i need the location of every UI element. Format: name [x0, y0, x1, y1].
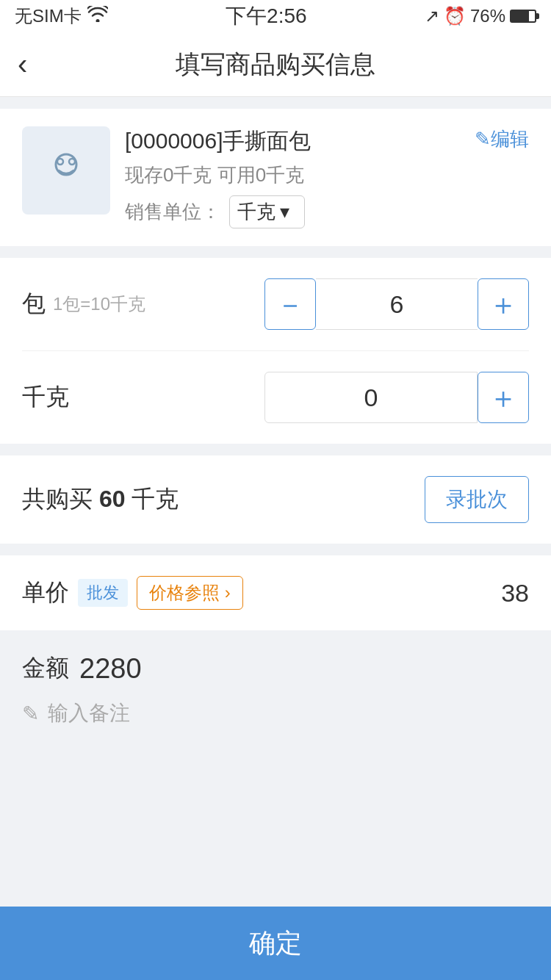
total-text: 共购买 60 千克	[22, 483, 179, 516]
time-display: 下午2:56	[226, 2, 307, 30]
bao-controls: － ＋	[264, 278, 529, 330]
svg-point-2	[69, 159, 75, 165]
nav-bar: ‹ 填写商品购买信息	[0, 32, 551, 97]
amount-section: 金额 2280 ✎ 输入备注	[0, 630, 551, 742]
total-section: 共购买 60 千克 录批次	[0, 455, 551, 544]
price-section: 单价 批发 价格参照 › 38	[0, 555, 551, 630]
kg-quantity-row: 千克 ＋	[22, 351, 529, 444]
total-unit: 千克	[132, 486, 179, 512]
amount-row: 金额 2280	[22, 652, 529, 685]
carrier-text: 无SIM卡	[15, 4, 82, 28]
batch-button[interactable]: 录批次	[425, 476, 529, 523]
unit-label: 销售单位：	[125, 199, 220, 225]
dropdown-icon: ▾	[280, 201, 289, 223]
status-left: 无SIM卡	[15, 4, 108, 28]
bao-minus-button[interactable]: －	[264, 278, 316, 330]
spacer	[0, 742, 551, 889]
svg-point-1	[57, 159, 63, 165]
wifi-icon	[87, 6, 108, 26]
kg-controls: ＋	[264, 372, 529, 423]
price-row: 单价 批发 价格参照 › 38	[22, 576, 529, 610]
battery-text: 76%	[470, 6, 505, 26]
product-info: [0000006]手撕面包 ✎编辑 现存0千克 可用0千克 销售单位： 千克 ▾	[125, 126, 529, 228]
bao-label-group: 包 1包=10千克	[22, 288, 145, 320]
product-thumbnail-icon	[44, 148, 88, 193]
status-right: ↗ ⏰ 76%	[425, 6, 536, 26]
product-unit-row: 销售单位： 千克 ▾	[125, 195, 529, 228]
bao-label: 包	[22, 288, 46, 320]
alarm-icon: ⏰	[444, 6, 466, 26]
price-badge: 批发	[78, 579, 128, 607]
amount-label: 金额	[22, 652, 69, 685]
price-label-group: 单价 批发 价格参照 ›	[22, 576, 243, 610]
status-bar: 无SIM卡 下午2:56 ↗ ⏰ 76%	[0, 0, 551, 32]
amount-value: 2280	[79, 653, 142, 685]
bao-input[interactable]	[316, 278, 478, 330]
product-image	[22, 126, 110, 215]
confirm-button[interactable]: 确定	[0, 907, 551, 980]
product-card: [0000006]手撕面包 ✎编辑 现存0千克 可用0千克 销售单位： 千克 ▾	[0, 109, 551, 246]
unit-value: 千克	[237, 199, 276, 225]
back-button[interactable]: ‹	[18, 48, 27, 81]
battery-icon	[510, 10, 536, 23]
remark-label: 输入备注	[48, 699, 130, 727]
total-amount: 60	[99, 486, 132, 512]
edit-button[interactable]: ✎编辑	[475, 126, 529, 152]
price-value: 38	[501, 579, 529, 608]
product-title-row: [0000006]手撕面包 ✎编辑	[125, 126, 529, 156]
unit-select[interactable]: 千克 ▾	[229, 195, 305, 228]
bao-hint: 1包=10千克	[53, 292, 145, 316]
page-title: 填写商品购买信息	[176, 48, 375, 82]
kg-label-group: 千克	[22, 381, 69, 414]
price-ref-button[interactable]: 价格参照 ›	[137, 576, 243, 610]
kg-plus-button[interactable]: ＋	[478, 372, 529, 423]
remark-row[interactable]: ✎ 输入备注	[22, 699, 529, 727]
price-label: 单价	[22, 577, 69, 609]
location-icon: ↗	[425, 6, 439, 26]
bao-plus-button[interactable]: ＋	[478, 278, 529, 330]
total-label: 共购买	[22, 486, 93, 512]
bao-quantity-row: 包 1包=10千克 － ＋	[22, 258, 529, 351]
product-stock: 现存0千克 可用0千克	[125, 162, 529, 188]
kg-label: 千克	[22, 381, 69, 414]
kg-input[interactable]	[264, 372, 478, 423]
quantity-section: 包 1包=10千克 － ＋ 千克 ＋	[0, 258, 551, 444]
remark-edit-icon: ✎	[22, 702, 39, 726]
product-name: [0000006]手撕面包	[125, 126, 475, 156]
